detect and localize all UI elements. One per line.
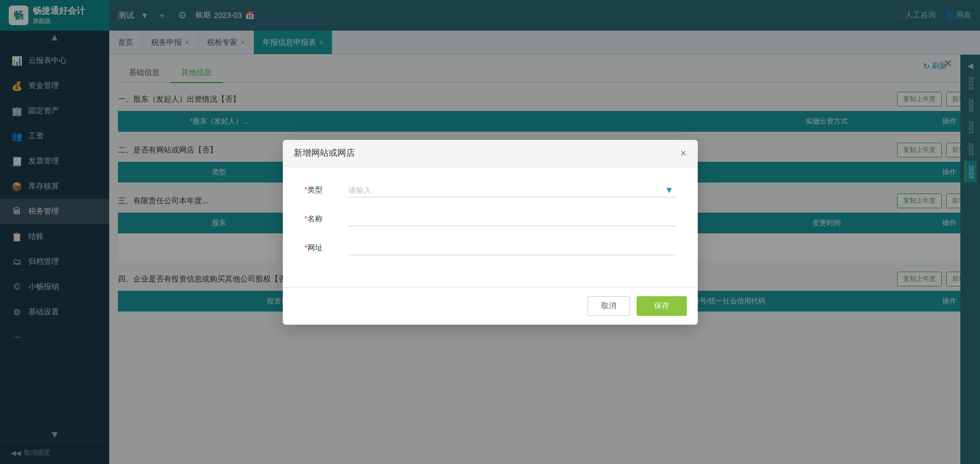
modal-overlay: 新增网站或网店 × *类型 ▼ *名称 <box>0 0 980 464</box>
type-input-wrap: ▼ <box>348 184 676 197</box>
name-label: *名称 <box>305 214 348 224</box>
url-input-wrap <box>348 242 676 255</box>
modal-header: 新增网站或网店 × <box>283 140 698 167</box>
type-dropdown-icon[interactable]: ▼ <box>665 185 674 195</box>
form-row-name: *名称 <box>305 213 676 226</box>
modal-footer: 取消 保存 <box>283 287 698 325</box>
type-label: *类型 <box>305 185 348 195</box>
cancel-button[interactable]: 取消 <box>587 296 630 316</box>
modal-add-website: 新增网站或网店 × *类型 ▼ *名称 <box>283 140 698 325</box>
type-label-text: 类型 <box>307 185 323 194</box>
form-row-url: *网址 <box>305 242 676 255</box>
url-input[interactable] <box>348 242 676 255</box>
type-input[interactable] <box>348 184 676 197</box>
name-input-wrap <box>348 213 676 226</box>
save-button[interactable]: 保存 <box>637 296 687 316</box>
modal-close-button[interactable]: × <box>680 148 687 158</box>
modal-body: *类型 ▼ *名称 *网址 <box>283 167 698 287</box>
modal-title: 新增网站或网店 <box>294 148 355 159</box>
name-label-text: 名称 <box>307 214 323 223</box>
url-label-text: 网址 <box>307 243 323 252</box>
url-label: *网址 <box>305 243 348 253</box>
name-input[interactable] <box>348 213 676 226</box>
form-row-type: *类型 ▼ <box>305 184 676 197</box>
